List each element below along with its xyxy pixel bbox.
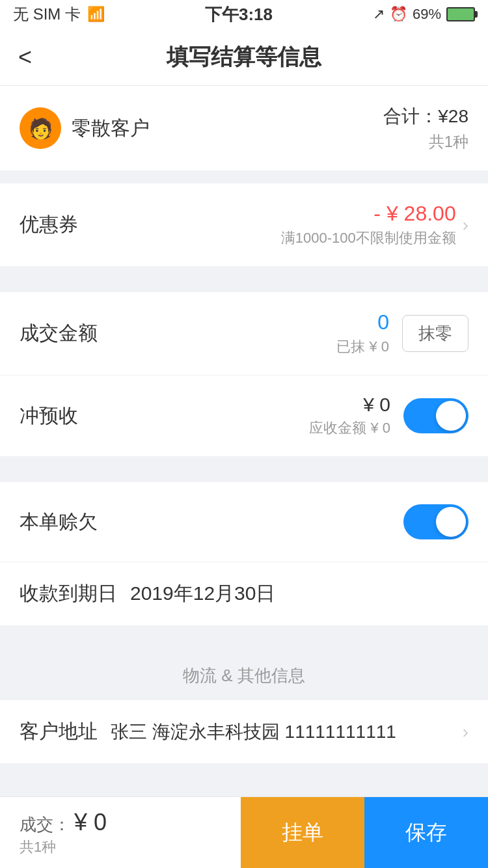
status-left: 无 SIM 卡 📶 — [13, 4, 105, 25]
prepay-toggle[interactable] — [403, 398, 468, 433]
debt-row: 本单赊欠 — [0, 482, 488, 562]
avatar: 🧑 — [20, 107, 61, 149]
location-icon: ↗ — [373, 6, 385, 23]
alarm-icon: ⏰ — [390, 6, 407, 23]
bottom-deal-info: 成交： ¥ 0 共1种 — [0, 809, 241, 857]
section-divider-2 — [0, 469, 488, 482]
main-content: 🧑 零散客户 合计：¥28 共1种 优惠券 - ¥ 28.00 满1000-10… — [0, 86, 488, 854]
bottom-bar: 成交： ¥ 0 共1种 挂单 保存 — [0, 796, 488, 868]
address-chevron-icon: › — [463, 722, 468, 742]
prepay-sub: 应收金额 ¥ 0 — [309, 418, 390, 438]
coupon-amount: - ¥ 28.00 — [281, 202, 456, 226]
status-bar: 无 SIM 卡 📶 下午3:18 ↗ ⏰ 69% — [0, 0, 488, 29]
debt-toggle-slider — [403, 504, 468, 539]
due-date-row: 收款到期日 2019年12月30日 — [0, 562, 488, 625]
due-date-label: 收款到期日 — [20, 580, 117, 607]
coupon-content: - ¥ 28.00 满1000-100不限制使用金额 — [281, 202, 456, 248]
round-button[interactable]: 抹零 — [402, 315, 468, 352]
coupon-desc: 满1000-100不限制使用金额 — [281, 228, 456, 248]
section-divider-1 — [0, 279, 488, 292]
avatar-icon: 🧑 — [29, 117, 53, 140]
address-section: 客户地址 张三 海淀永丰科技园 11111111111 › — [0, 700, 488, 763]
prepay-amount-group: ¥ 0 应收金额 ¥ 0 — [309, 394, 390, 438]
deal-section: 成交金额 0 已抹 ¥ 0 抹零 冲预收 ¥ 0 应收金额 ¥ 0 — [0, 292, 488, 456]
deal-amount-sub: 已抹 ¥ 0 — [336, 337, 389, 357]
carrier-label: 无 SIM 卡 — [13, 4, 81, 25]
deal-row: 成交金额 0 已抹 ¥ 0 抹零 — [0, 292, 488, 375]
battery-icon — [446, 7, 475, 21]
deal-amount-value: 0 — [336, 310, 389, 334]
customer-count: 共1种 — [383, 131, 468, 152]
deal-right: 0 已抹 ¥ 0 抹零 — [336, 310, 468, 357]
debt-section: 本单赊欠 收款到期日 2019年12月30日 — [0, 482, 488, 625]
nav-bar: < 填写结算等信息 — [0, 29, 488, 86]
wifi-icon: 📶 — [87, 6, 105, 23]
hold-button[interactable]: 挂单 — [241, 797, 364, 868]
address-value: 张三 海淀永丰科技园 11111111111 — [111, 720, 463, 744]
prepay-amount: ¥ 0 — [309, 394, 390, 416]
address-label: 客户地址 — [20, 718, 98, 745]
page-title: 填写结算等信息 — [167, 42, 321, 72]
bottom-deal-label: 成交： — [20, 813, 70, 836]
due-date-value: 2019年12月30日 — [130, 580, 275, 607]
coupon-row[interactable]: 优惠券 - ¥ 28.00 满1000-100不限制使用金额 › — [0, 183, 488, 266]
customer-name: 零散客户 — [72, 115, 150, 142]
customer-section: 🧑 零散客户 合计：¥28 共1种 — [0, 86, 488, 170]
bottom-button-group: 挂单 保存 — [241, 797, 488, 868]
back-button[interactable]: < — [18, 44, 32, 71]
coupon-right: - ¥ 28.00 满1000-100不限制使用金额 › — [281, 202, 468, 248]
logistics-header: 物流 & 其他信息 — [0, 651, 488, 700]
debt-label: 本单赊欠 — [20, 509, 98, 536]
customer-right: 合计：¥28 共1种 — [383, 104, 468, 152]
battery-percent: 69% — [413, 6, 441, 23]
debt-toggle[interactable] — [403, 504, 468, 539]
prepay-right: ¥ 0 应收金额 ¥ 0 — [309, 394, 468, 438]
logistics-title: 物流 & 其他信息 — [183, 666, 305, 685]
customer-row: 🧑 零散客户 合计：¥28 共1种 — [0, 86, 488, 170]
address-row[interactable]: 客户地址 张三 海淀永丰科技园 11111111111 › — [0, 700, 488, 763]
coupon-label: 优惠券 — [20, 211, 78, 238]
coupon-section: 优惠券 - ¥ 28.00 满1000-100不限制使用金额 › — [0, 183, 488, 266]
customer-left: 🧑 零散客户 — [20, 107, 150, 149]
section-divider-3 — [0, 638, 488, 651]
status-time: 下午3:18 — [205, 3, 273, 26]
deal-label: 成交金额 — [20, 320, 98, 347]
coupon-chevron-icon: › — [463, 215, 468, 236]
customer-total: 合计：¥28 — [383, 104, 468, 129]
bottom-deal-amount: ¥ 0 — [74, 809, 107, 836]
prepay-label: 冲预收 — [20, 403, 78, 429]
status-right: ↗ ⏰ 69% — [373, 6, 475, 23]
deal-amount-group: 0 已抹 ¥ 0 — [336, 310, 389, 357]
prepay-row: 冲预收 ¥ 0 应收金额 ¥ 0 — [0, 375, 488, 456]
bottom-deal-count: 共1种 — [20, 837, 241, 857]
save-button[interactable]: 保存 — [364, 797, 488, 868]
toggle-slider — [403, 398, 468, 433]
